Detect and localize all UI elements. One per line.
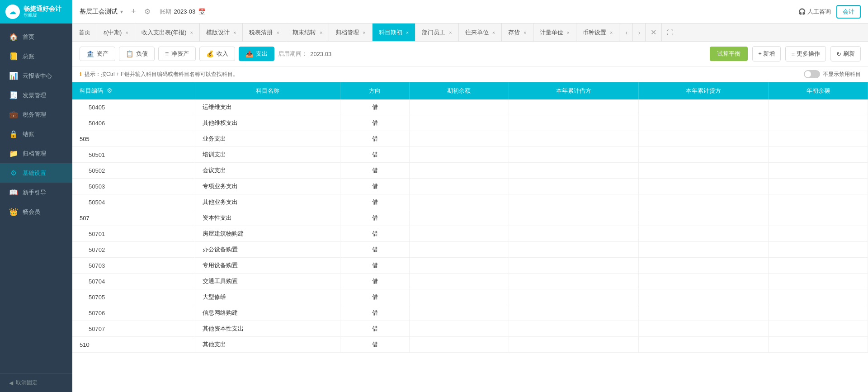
assets-icon: 🏦 [86,50,94,57]
refresh-button[interactable]: ↻ 刷新 [830,46,861,61]
tab-tax-clear[interactable]: 税表清册 × [243,24,286,42]
subtab-equity[interactable]: ≡ 净资产 [158,47,196,61]
cell-ytd-credit [638,337,768,353]
table-row[interactable]: 50502会议支出借 [72,163,868,179]
tab-income-annual-close[interactable]: × [190,30,193,35]
refresh-icon: ↻ [836,51,841,57]
tab-tax-clear-close[interactable]: × [276,30,279,35]
table-row[interactable]: 50703专用设备购置借 [72,258,868,274]
tab-currency[interactable]: 币种设置 × [576,24,619,42]
subtab-assets[interactable]: 🏦 资产 [80,47,115,61]
subtab-liabilities[interactable]: 📋 负债 [119,47,155,61]
subtab-expense[interactable]: 📤 支出 [239,47,274,61]
tab-close-all[interactable]: ✕ [646,24,662,42]
account-button[interactable]: 会计 [836,5,861,19]
cell-direction: 借 [340,210,410,226]
more-button[interactable]: ≡ 更多操作 [785,46,826,61]
table-row[interactable]: 50704交通工具购置借 [72,274,868,289]
sidebar-item-member[interactable]: 👑 畅会员 [0,202,72,222]
tab-subject-init[interactable]: 科目期初 × [373,24,415,42]
sidebar-item-ledger[interactable]: 📒 总账 [0,47,72,66]
table-row[interactable]: 50705大型修缮借 [72,289,868,305]
guide-icon: 📖 [9,188,18,197]
calendar-icon[interactable]: 📅 [198,8,206,15]
tab-archive-mgmt-close[interactable]: × [363,30,365,35]
sidebar-item-tax[interactable]: 💼 税务管理 [0,105,72,124]
table-row[interactable]: 50501培训支出借 [72,147,868,163]
tab-unit[interactable]: 计量单位 × [533,24,576,42]
tab-interim[interactable]: ε(中期) × [97,24,135,42]
cell-name: 其他资本性支出 [195,321,340,337]
tab-template-close[interactable]: × [233,30,236,35]
tab-home[interactable]: 首页 [72,24,97,42]
add-project-button[interactable]: + [128,6,139,17]
tab-income-annual[interactable]: 收入支出表(年报) × [135,24,200,42]
tab-dept-emp[interactable]: 部门员工 × [415,24,458,42]
table-row[interactable]: 50504其他业务支出借 [72,194,868,210]
tabbar: 首页 ε(中期) × 收入支出表(年报) × 模版设计 × 税表清册 × 期末结… [72,24,868,42]
cell-name: 房屋建筑物购建 [195,226,340,242]
subtabbar: 🏦 资产 📋 负债 ≡ 净资产 💰 收入 📤 支出 [72,42,868,66]
table-row[interactable]: 50405运维维支出借 [72,99,868,115]
cell-year-opening [769,163,868,179]
cell-direction: 借 [340,115,410,131]
tab-inventory-close[interactable]: × [524,30,526,35]
cell-year-opening [769,274,868,289]
tab-nav-next[interactable]: › [633,24,646,42]
tab-subject-init-close[interactable]: × [406,30,409,35]
cell-direction: 借 [340,321,410,337]
sidebar-item-guide[interactable]: 📖 新手引导 [0,183,72,202]
cell-opening-balance [409,274,509,289]
tab-archive-mgmt[interactable]: 归档管理 × [329,24,372,42]
sidebar-item-reports[interactable]: 📊 云报表中心 [0,66,72,85]
cell-ytd-credit [638,321,768,337]
table-row[interactable]: 505业务支出借 [72,131,868,147]
add-button[interactable]: + 新增 [752,46,781,61]
tab-dept-emp-close[interactable]: × [449,30,452,35]
sidebar-item-settings[interactable]: ⚙ 基础设置 [0,163,72,183]
cell-code: 505 [72,131,195,147]
tab-currency-close[interactable]: × [610,30,613,35]
sidebar-item-invoice[interactable]: 🧾 发票管理 [0,85,72,105]
tab-interim-close[interactable]: × [125,30,128,35]
sidebar-item-home[interactable]: 🏠 首页 [0,27,72,47]
tab-contacts-close[interactable]: × [492,30,495,35]
cell-ytd-credit [638,194,768,210]
subtab-income[interactable]: 💰 收入 [199,47,235,61]
table-row[interactable]: 507资本性支出借 [72,210,868,226]
disabled-toggle[interactable] [804,70,820,78]
sidebar-unpin-button[interactable]: ◀ 取消固定 [0,373,72,392]
table-row[interactable]: 50701房屋建筑物购建借 [72,226,868,242]
cell-code: 50502 [72,163,195,179]
tab-period-end[interactable]: 期末结转 × [286,24,329,42]
sidebar-item-closing[interactable]: 🔒 结账 [0,124,72,144]
cell-name: 办公设备购置 [195,242,340,258]
table-row[interactable]: 510其他支出借 [72,337,868,353]
table-row[interactable]: 50503专项业务支出借 [72,179,868,194]
sidebar-item-archive[interactable]: 📁 归档管理 [0,144,72,163]
cell-year-opening [769,99,868,115]
cell-name: 大型修缮 [195,289,340,305]
cell-code: 50707 [72,321,195,337]
table-row[interactable]: 50406其他维权支出借 [72,115,868,131]
tab-template[interactable]: 模版设计 × [200,24,243,42]
cell-direction: 借 [340,194,410,210]
tab-unit-close[interactable]: × [567,30,570,35]
table-row[interactable]: 50707其他资本性支出借 [72,321,868,337]
project-settings-button[interactable]: ⚙ [144,7,151,16]
tab-inventory[interactable]: 存货 × [502,24,533,42]
help-button[interactable]: 🎧 人工咨询 [798,8,831,16]
tab-expand[interactable]: ⛶ [662,24,678,42]
tab-unit-label: 计量单位 [540,28,563,37]
cell-ytd-debit [509,163,638,179]
table-row[interactable]: 50702办公设备购置借 [72,242,868,258]
tab-contacts[interactable]: 往来单位 × [459,24,502,42]
balance-button[interactable]: 试算平衡 [710,47,748,61]
col-settings-icon[interactable]: ⚙ [107,87,113,94]
project-selector[interactable]: 基层工会测试 ▾ [80,8,123,16]
cell-year-opening [769,258,868,274]
tab-period-end-close[interactable]: × [320,30,322,35]
col-ytd-debit: 本年累计借方 [509,82,638,99]
tab-nav-prev[interactable]: ‹ [620,24,633,42]
table-row[interactable]: 50706信息网络购建借 [72,305,868,321]
